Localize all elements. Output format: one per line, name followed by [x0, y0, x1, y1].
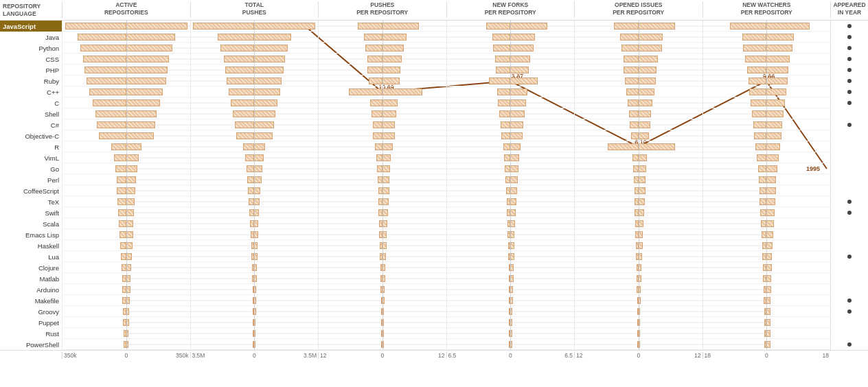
lang-coffeescript: CoffeeScript [0, 185, 62, 196]
appeared-dot [847, 79, 852, 83]
appeared-dot [847, 200, 852, 204]
appeared-cell [831, 196, 868, 207]
appeared-dot [847, 255, 852, 259]
appeared-cell [831, 218, 868, 229]
lang-shell: Shell [0, 108, 62, 119]
table-row [62, 218, 830, 229]
lang-haskell: Haskell [0, 240, 62, 251]
lang-csharp: C# [0, 119, 62, 130]
appeared-dot [847, 68, 852, 72]
axis-issues-left: 12 [576, 352, 582, 359]
table-row [62, 141, 830, 152]
table-row [62, 306, 830, 317]
table-row [62, 174, 830, 185]
header-pushes: PUSHESPER REPOSITORY [318, 1, 446, 18]
appeared-cell [831, 32, 868, 43]
table-row [62, 339, 830, 350]
appeared-cell [831, 251, 868, 262]
lang-python: Python [0, 43, 62, 54]
header-watchers: NEW WATCHERSPER REPOSITORY [703, 1, 831, 18]
table-row [62, 284, 830, 295]
axis-watchers-mid: 0 [765, 352, 768, 359]
table-row [62, 251, 830, 262]
table-row [62, 64, 830, 75]
header-total: TOTALPUSHES [190, 1, 319, 18]
appeared-dot [847, 298, 852, 303]
lang-emacslisp: Emacs Lisp [0, 229, 62, 240]
table-row [62, 163, 830, 174]
bars-area: 10.693.876.109.66323,9383,461,4151995 [62, 21, 830, 350]
appeared-dot [847, 342, 852, 347]
axis-active-mid: 0 [124, 352, 128, 359]
appeared-cell [831, 240, 868, 251]
header-issues: OPENED ISSUESPER REPOSITORY [574, 1, 703, 18]
axis-pushes-mid: 0 [380, 352, 384, 359]
lang-javascript: JavaScript [0, 21, 62, 32]
header-active: ACTIVEREPOSITORIES [62, 1, 190, 18]
axis-active: 350k 0 350k [62, 352, 190, 359]
table-row [62, 273, 830, 284]
axis-watchers: 18 0 18 [703, 352, 831, 359]
appeared-dot [847, 123, 852, 127]
appeared-dot [847, 35, 852, 39]
axis-watchers-right: 18 [823, 352, 829, 359]
axis-forks-mid: 0 [509, 352, 512, 359]
axis-pushes: 12 0 12 [318, 352, 446, 359]
lang-java: Java [0, 32, 62, 43]
appeared-cell [831, 152, 868, 163]
appeared-cell [831, 328, 868, 339]
appeared-cell [831, 284, 868, 295]
lang-ruby: Ruby [0, 75, 62, 86]
axis-issues: 12 0 12 [574, 352, 703, 359]
rows-container [62, 21, 830, 350]
lang-go: Go [0, 163, 62, 174]
appeared-column [830, 21, 868, 350]
lang-puppet: Puppet [0, 317, 62, 328]
table-row [62, 229, 830, 240]
table-row [62, 196, 830, 207]
axis-total-mid: 0 [253, 352, 256, 359]
lang-powershell: PowerShell [0, 339, 62, 350]
language-column: JavaScript Java Python CSS PHP Ruby C++ … [0, 21, 62, 350]
appeared-cell [831, 75, 868, 86]
table-row [62, 317, 830, 328]
axis-active-right: 350k [176, 352, 188, 359]
table-row [62, 54, 830, 64]
axis-pushes-right: 12 [438, 352, 444, 359]
appeared-cell [831, 64, 868, 75]
axis-total: 3.5M 0 3.5M [190, 352, 319, 359]
lang-clojure: Clojure [0, 262, 62, 273]
appeared-cell [831, 207, 868, 218]
appeared-cell [831, 229, 868, 240]
appeared-cell [831, 43, 868, 54]
axis-forks-left: 6.5 [448, 352, 457, 359]
axis-watchers-left: 18 [705, 352, 711, 359]
axis-forks-right: 6.5 [564, 352, 573, 359]
appeared-cell [831, 108, 868, 119]
axis-total-right: 3.5M [304, 352, 317, 359]
table-row [62, 328, 830, 339]
lang-css: CSS [0, 54, 62, 64]
table-row [62, 21, 830, 32]
table-row [62, 97, 830, 108]
header-lang: REPOSITORYLANGUAGE [0, 3, 62, 18]
axis-active-left: 350k [64, 352, 76, 359]
lang-swift: Swift [0, 207, 62, 218]
lang-groovy: Groovy [0, 306, 62, 317]
table-row [62, 32, 830, 43]
appeared-dot [847, 211, 852, 215]
lang-scala: Scala [0, 218, 62, 229]
header-appeared: APPEAREDIN YEAR [830, 1, 868, 18]
appeared-cell [831, 21, 868, 32]
appeared-cell [831, 339, 868, 350]
appeared-cell [831, 130, 868, 141]
table-row [62, 86, 830, 97]
table-row [62, 262, 830, 273]
data-area: JavaScript Java Python CSS PHP Ruby C++ … [0, 21, 868, 350]
lang-makefile: Makefile [0, 295, 62, 306]
axis-pushes-left: 12 [320, 352, 326, 359]
axis-issues-mid: 0 [637, 352, 640, 359]
appeared-cell [831, 317, 868, 328]
header-forks: NEW FORKSPER REPOSITORY [446, 1, 575, 18]
appeared-dot [847, 24, 852, 28]
